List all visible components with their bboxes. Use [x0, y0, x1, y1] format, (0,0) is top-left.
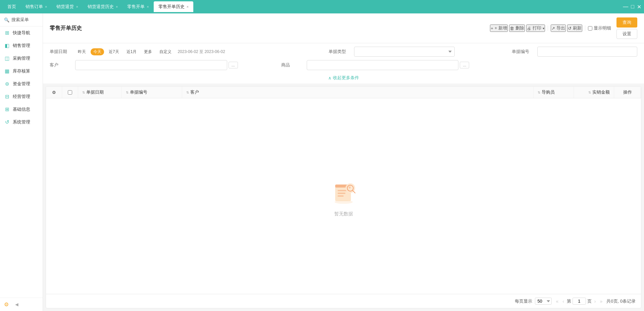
th-checkbox [62, 87, 78, 98]
tab-bar: 首页 销售订单 × 销货退货 × 销货退货历史 × 零售开单 × 零售开单历史 … [0, 0, 644, 13]
maximize-button[interactable]: □ [631, 4, 634, 10]
close-tab-retail-open[interactable]: × [147, 5, 149, 9]
sidebar-item-quick-nav[interactable]: ⊞ 快捷导航 [0, 27, 43, 39]
empty-illustration [329, 175, 359, 206]
print-dropdown-icon: ▾ [543, 27, 544, 30]
customer-input[interactable] [75, 60, 227, 70]
customer-label: 客户 [50, 62, 70, 68]
date-option-1month[interactable]: 近1月 [124, 48, 140, 55]
window-controls: — □ ✕ [623, 4, 641, 10]
sidebar-item-inventory[interactable]: ▦ 库存核算 [0, 65, 43, 77]
print-icon: 🖨 [527, 26, 531, 31]
search-icon: 🔍 [4, 17, 9, 22]
system-mgmt-icon: ↺ [4, 119, 10, 125]
sidebar-item-sales-mgmt[interactable]: ◧ 销售管理 [0, 39, 43, 52]
toolbar-divider2 [585, 25, 585, 31]
goods-input[interactable] [307, 60, 459, 70]
tab-sales-return-history[interactable]: 销货退货历史 × [83, 1, 122, 12]
filter-settings-button[interactable]: 设置 [616, 29, 637, 39]
sort-date-icon: ⇅ [82, 91, 85, 94]
goods-ellipsis-button[interactable]: ... [460, 62, 469, 68]
sidebar-search[interactable]: 🔍 搜索采单 [0, 13, 43, 27]
display-detail-checkbox[interactable] [588, 26, 592, 31]
page-size-select[interactable]: 50 10 20 100 [535, 298, 552, 305]
doc-type-select[interactable] [354, 47, 455, 57]
close-tab-retail-open-history[interactable]: × [187, 5, 189, 9]
th-customer[interactable]: ⇅ 客户 [182, 87, 534, 98]
sidebar-item-purchase-mgmt[interactable]: ◫ 采购管理 [0, 52, 43, 65]
close-tab-sales-return-history[interactable]: × [116, 5, 118, 9]
date-option-today[interactable]: 今天 [91, 48, 104, 55]
th-date[interactable]: ⇅ 单据日期 [78, 87, 122, 98]
date-option-yesterday[interactable]: 昨天 [75, 48, 89, 55]
inventory-icon: ▦ [4, 68, 10, 74]
column-settings-icon[interactable]: ⚙ [52, 90, 56, 95]
date-options: 昨天 今天 近7天 近1月 更多 自定义 2023-06-02 至 2023-0… [75, 48, 225, 55]
date-option-7days[interactable]: 近7天 [106, 48, 122, 55]
sidebar-item-basic-info[interactable]: ⊞ 基础信息 [0, 103, 43, 116]
last-page-button[interactable]: » [599, 298, 604, 305]
filter-row-1: 单据日期 昨天 今天 近7天 近1月 更多 自定义 2023-06-02 至 2… [50, 47, 637, 57]
main-layout: 🔍 搜索采单 ⊞ 快捷导航 ◧ 销售管理 ◫ 采购管理 ▦ 库存核算 ⊜ 资金管… [0, 13, 644, 311]
query-button[interactable]: 查询 [616, 17, 637, 28]
quick-nav-icon: ⊞ [4, 30, 10, 36]
prev-page-button[interactable]: ‹ [561, 298, 565, 305]
customer-ellipsis-button[interactable]: ... [229, 62, 238, 68]
th-ops: 操作 [614, 87, 641, 98]
doc-number-label: 单据编号 [512, 49, 532, 55]
th-guide[interactable]: ⇅ 导购员 [534, 87, 574, 98]
sidebar-bottom: ⚙ ◄ [0, 298, 43, 311]
sidebar-item-operations[interactable]: ⊟ 经营管理 [0, 90, 43, 103]
tab-home[interactable]: 首页 [3, 1, 21, 12]
sidebar-collapse-icon[interactable]: ◄ [14, 302, 19, 308]
sidebar-item-finance[interactable]: ⊜ 资金管理 [0, 77, 43, 90]
pagination: 每页显示 50 10 20 100 « ‹ 第 页 › » 共0页, 0条记录 [46, 294, 641, 308]
page-size-label: 每页显示 [515, 298, 532, 304]
refresh-button[interactable]: ↺ 刷新 [567, 24, 582, 32]
tab-sales-return[interactable]: 销货退货 × [52, 1, 83, 12]
tab-retail-open-history[interactable]: 零售开单历史 × [154, 1, 193, 12]
add-icon: + [491, 26, 493, 31]
toolbar-divider [548, 25, 548, 31]
page-number-input[interactable] [573, 298, 586, 305]
th-settings[interactable]: ⚙ [46, 87, 62, 98]
display-detail-button[interactable]: 显示明细 [588, 25, 611, 31]
doc-type-label: 单据类型 [329, 49, 349, 55]
close-tab-sales-order[interactable]: × [45, 5, 47, 9]
collapse-more-button[interactable]: ∧ 收起更多条件 [50, 73, 637, 82]
doc-number-input[interactable] [537, 47, 637, 57]
date-option-custom[interactable]: 自定义 [157, 48, 174, 55]
tab-retail-open[interactable]: 零售开单 × [122, 1, 153, 12]
sidebar-item-system-mgmt[interactable]: ↺ 系统管理 [0, 116, 43, 128]
export-button[interactable]: ↗ 导出 [551, 24, 566, 32]
page-header: 零售开单历史 + + 新增 🗑 删除 🖨 打印 ▾ ↗ 导 [43, 13, 644, 43]
date-option-more[interactable]: 更多 [141, 48, 155, 55]
operations-icon: ⊟ [4, 94, 10, 100]
sales-mgmt-icon: ◧ [4, 43, 10, 49]
print-button[interactable]: 🖨 打印 ▾ [526, 24, 545, 32]
page-suffix: 页 [587, 298, 592, 304]
svg-rect-4 [338, 193, 345, 194]
th-number[interactable]: ⇅ 单据编号 [122, 87, 182, 98]
table-area: ⚙ ⇅ 单据日期 ⇅ 单据编号 ⇅ 客户 ⇅ [46, 86, 641, 308]
sort-amount-icon: ⇅ [588, 91, 591, 94]
th-amount[interactable]: ⇅ 实销金额 [574, 87, 614, 98]
settings-gear-icon[interactable]: ⚙ [4, 301, 9, 308]
collapse-more-icon: ∧ [328, 75, 332, 81]
delete-button[interactable]: 🗑 删除 [509, 24, 525, 32]
next-page-button[interactable]: › [593, 298, 597, 305]
first-page-button[interactable]: « [554, 298, 560, 305]
minimize-button[interactable]: — [623, 4, 628, 10]
add-button[interactable]: + + 新增 [490, 24, 508, 32]
refresh-icon: ↺ [568, 26, 572, 31]
total-record-text: 共0页, 0条记录 [606, 298, 636, 304]
page-word: 第 [567, 298, 571, 304]
close-tab-sales-return[interactable]: × [76, 5, 78, 9]
tab-sales-order[interactable]: 销售订单 × [21, 1, 52, 12]
basic-info-icon: ⊞ [4, 106, 10, 112]
select-all-checkbox[interactable] [68, 90, 72, 95]
window-close-button[interactable]: ✕ [637, 4, 641, 10]
sidebar: 🔍 搜索采单 ⊞ 快捷导航 ◧ 销售管理 ◫ 采购管理 ▦ 库存核算 ⊜ 资金管… [0, 13, 43, 311]
sort-number-icon: ⇅ [126, 91, 129, 94]
sort-customer-icon: ⇅ [186, 91, 189, 94]
